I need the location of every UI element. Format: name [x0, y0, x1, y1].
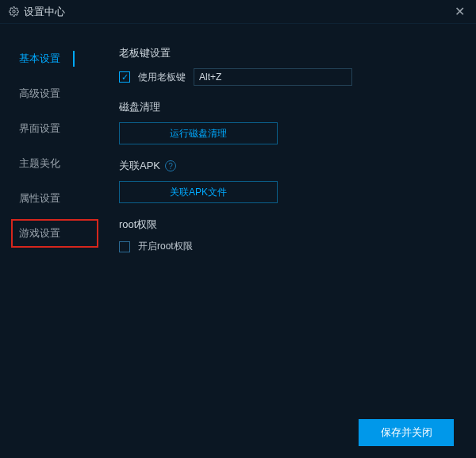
- section-title-disk-clean: 磁盘清理: [119, 100, 457, 114]
- section-apk: 关联APK ? 关联APK文件: [119, 159, 457, 203]
- root-checkbox[interactable]: [119, 241, 130, 252]
- footer: 保存并关闭: [0, 407, 476, 458]
- sidebar-item-game[interactable]: 游戏设置: [19, 225, 60, 241]
- titlebar: 设置中心 ✕: [0, 0, 476, 24]
- section-root: root权限 开启root权限: [119, 217, 457, 253]
- close-icon[interactable]: ✕: [451, 4, 468, 19]
- save-close-button[interactable]: 保存并关闭: [359, 419, 454, 446]
- disk-clean-button[interactable]: 运行磁盘清理: [119, 122, 278, 144]
- sidebar-item-theme[interactable]: 主题美化: [19, 156, 60, 171]
- sidebar-item-game-highlight: 游戏设置: [11, 219, 98, 248]
- sidebar-item-ui[interactable]: 界面设置: [19, 121, 60, 137]
- sidebar-item-basic[interactable]: 基本设置: [19, 51, 60, 67]
- gear-icon: [8, 6, 19, 17]
- boss-key-input[interactable]: [194, 68, 352, 86]
- sidebar-item-advanced[interactable]: 高级设置: [19, 86, 60, 102]
- section-title-boss-key: 老板键设置: [119, 46, 457, 60]
- help-icon[interactable]: ?: [165, 160, 176, 171]
- window-title: 设置中心: [24, 5, 65, 19]
- boss-key-checkbox-label: 使用老板键: [138, 71, 186, 84]
- sidebar-item-attribute[interactable]: 属性设置: [19, 191, 60, 206]
- section-title-root: root权限: [119, 217, 457, 232]
- body: 基本设置 高级设置 界面设置 主题美化 属性设置 游戏设置 老板键设置 ✓: [0, 24, 476, 407]
- section-boss-key: 老板键设置 ✓ 使用老板键: [119, 46, 457, 86]
- content-panel: 老板键设置 ✓ 使用老板键 磁盘清理 运行磁盘清理 关联APK ? 关联APK文…: [90, 46, 457, 407]
- sidebar: 基本设置 高级设置 界面设置 主题美化 属性设置 游戏设置: [19, 46, 90, 407]
- settings-window: 设置中心 ✕ 基本设置 高级设置 界面设置 主题美化 属性设置 游戏设置: [0, 0, 476, 458]
- section-disk-clean: 磁盘清理 运行磁盘清理: [119, 100, 457, 144]
- section-title-apk: 关联APK: [119, 159, 160, 173]
- svg-point-0: [12, 10, 14, 13]
- apk-associate-button[interactable]: 关联APK文件: [119, 181, 278, 203]
- boss-key-checkbox[interactable]: ✓: [119, 71, 130, 83]
- root-checkbox-label: 开启root权限: [138, 240, 193, 253]
